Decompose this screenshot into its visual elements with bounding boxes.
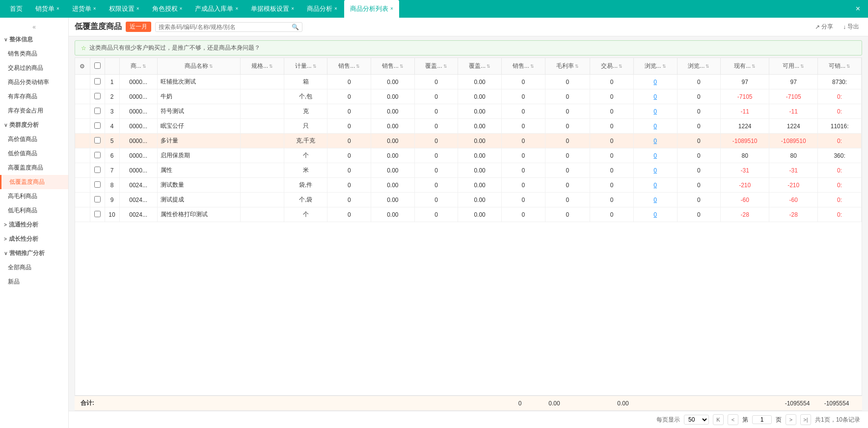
table-cell[interactable] [90,119,105,134]
table-cell: 0 [590,119,634,134]
col-trade[interactable]: 交易...⇅ [590,58,634,75]
col-browse1[interactable]: 浏览...⇅ [633,58,677,75]
col-sales-qty[interactable]: 销售...⇅ [327,58,371,75]
nav-item-template[interactable]: 单据模板设置 × [245,0,300,18]
period-button[interactable]: 近一月 [126,22,151,32]
table-cell: 牛奶 [157,89,240,104]
col-code[interactable]: 商...⇅ [119,58,157,75]
table-cell: 0: [818,163,862,178]
nav-close-purchase[interactable]: × [93,0,96,18]
nav-item-analysis-list[interactable]: 商品分析列表 × [344,0,399,18]
sidebar-item-high-coverage[interactable]: 高覆盖度商品 [0,161,68,175]
nav-item-role[interactable]: 角色授权 × [146,0,189,18]
select-all-checkbox[interactable] [94,62,101,69]
table-cell: 0.00 [371,207,415,222]
first-page-button[interactable]: K [713,414,724,425]
sidebar-item-high-profit[interactable]: 高毛利商品 [0,189,68,203]
table-cell[interactable] [90,148,105,163]
nav-close-finished[interactable]: × [235,0,238,18]
table-cell[interactable] [90,134,105,148]
sidebar-item-stock-goods[interactable]: 有库存商品 [0,89,68,104]
sidebar-item-sales-goods[interactable]: 销售类商品 [0,47,68,61]
sidebar-collapse-button[interactable]: « [0,22,68,32]
table-cell[interactable] [90,207,105,222]
table-cell: 0.00 [371,178,415,193]
sidebar-item-low-coverage[interactable]: 低覆盖度商品 [0,175,68,189]
sidebar-section-成长性分析[interactable]: >成长性分析 [0,232,68,246]
share-button[interactable]: ↗ 分享 [812,22,836,32]
sidebar-item-all-goods[interactable]: 全部商品 [0,260,68,275]
table-cell: 0 [677,207,721,222]
table-cell[interactable] [90,75,105,89]
nav-item-finished[interactable]: 产成品入库单 × [189,0,244,18]
col-setting[interactable]: ⚙ [75,58,90,75]
table-cell: 0: [818,104,862,119]
nav-close-analysis[interactable]: × [334,0,337,18]
table-cell[interactable] [90,104,105,119]
search-input[interactable] [159,24,290,30]
table-cell[interactable] [90,178,105,193]
table-cell[interactable]: 0 [633,163,677,178]
col-name[interactable]: 商品名称⇅ [157,58,240,75]
col-coverage1[interactable]: 覆盖...⇅ [414,58,458,75]
table-cell[interactable]: 0 [633,89,677,104]
nav-close-permission[interactable]: × [136,0,139,18]
nav-close-template[interactable]: × [291,0,294,18]
nav-item-sales[interactable]: 销货单 × [29,0,65,18]
nav-close-sales[interactable]: × [56,0,59,18]
nav-item-analysis[interactable]: 商品分析 × [301,0,343,18]
table-cell[interactable]: 0 [633,119,677,134]
col-checkbox[interactable] [90,58,105,75]
sidebar-item-category-rate[interactable]: 商品分类动销率 [0,75,68,89]
table-cell: 0 [545,119,590,134]
close-all-button[interactable]: × [852,4,864,13]
table-cell[interactable] [90,193,105,207]
sidebar-item-traded-goods[interactable]: 交易过的商品 [0,61,68,75]
sidebar-section-整体信息[interactable]: ∨整体信息 [0,32,68,47]
col-spec[interactable]: 规格...⇅ [241,58,284,75]
col-browse2[interactable]: 浏览...⇅ [677,58,721,75]
col-available[interactable]: 可用...⇅ [769,58,818,75]
sidebar-item-low-profit[interactable]: 低毛利商品 [0,203,68,218]
table-cell[interactable]: 0 [633,104,677,119]
nav-item-purchase[interactable]: 进货单 × [66,0,102,18]
nav-item-permission[interactable]: 权限设置 × [103,0,145,18]
table-cell[interactable]: 0 [633,134,677,148]
sidebar-section-营销推广分析[interactable]: ∨营销推广分析 [0,246,68,260]
sidebar-item-low-value[interactable]: 低价值商品 [0,146,68,161]
table-cell[interactable]: 0 [633,207,677,222]
col-sales-amt[interactable]: 销售...⇅ [371,58,415,75]
next-page-button[interactable]: > [786,414,796,425]
sidebar-section-类群度分析[interactable]: ∨类群度分析 [0,118,68,132]
table-cell[interactable] [90,163,105,178]
table-cell: 0.00 [458,119,502,134]
table-cell[interactable]: 0 [633,178,677,193]
nav-item-home[interactable]: 首页 [4,0,28,18]
table-cell[interactable]: 0 [633,148,677,163]
col-sellable[interactable]: 可销...⇅ [818,58,862,75]
page-number-input[interactable] [752,415,772,424]
sidebar-item-stock-fund[interactable]: 库存资金占用 [0,104,68,118]
last-page-button[interactable]: >| [800,414,811,425]
table-cell: -11 [721,104,769,119]
nav-close-analysis-list[interactable]: × [390,0,393,18]
table-cell: 米 [284,163,327,178]
col-sales-val[interactable]: 销售...⇅ [501,58,545,75]
col-coverage2[interactable]: 覆盖...⇅ [458,58,502,75]
page-unit: 页 [776,416,782,424]
col-margin[interactable]: 毛利率⇅ [545,58,590,75]
page-size-select[interactable]: 50 20 100 200 [684,415,709,425]
table-cell[interactable]: 0 [633,75,677,89]
table-cell[interactable]: 0 [633,193,677,207]
col-unit[interactable]: 计量...⇅ [284,58,327,75]
search-icon[interactable]: 🔍 [292,24,299,30]
nav-close-role[interactable]: × [180,0,183,18]
table-cell[interactable] [90,89,105,104]
sidebar-item-high-value[interactable]: 高价值商品 [0,132,68,146]
sidebar-section-流通性分析[interactable]: >流通性分析 [0,218,68,232]
prev-page-button[interactable]: < [728,414,738,425]
table-cell [75,178,90,193]
sidebar-item-new-goods[interactable]: 新品 [0,275,68,289]
export-button[interactable]: ↓ 导出 [840,22,862,32]
col-current[interactable]: 现有...⇅ [721,58,769,75]
